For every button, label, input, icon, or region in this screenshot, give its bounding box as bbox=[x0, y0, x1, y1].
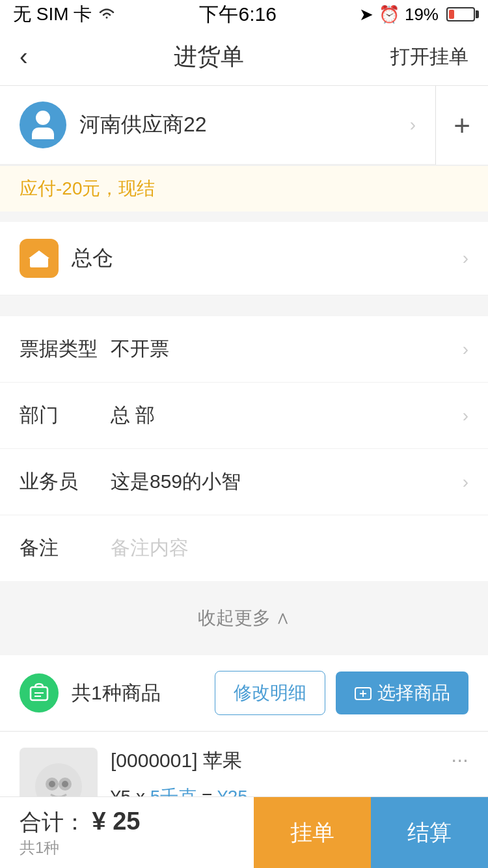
battery-icon bbox=[446, 7, 475, 21]
bottom-bar: 合计： ¥ 25 共1种 挂单 结算 bbox=[0, 796, 488, 868]
invoice-type-value: 不开票 bbox=[104, 336, 463, 362]
supplier-section: 河南供应商22 › + 应付-20元，现结 bbox=[0, 86, 488, 211]
product-code: [0000001] bbox=[111, 750, 197, 771]
salesperson-chevron-icon: › bbox=[463, 472, 468, 493]
svg-marker-1 bbox=[29, 251, 49, 258]
page-title: 进货单 bbox=[174, 41, 244, 73]
status-bar: 无 SIM 卡 下午6:16 ➤ ⏰ 19% bbox=[0, 0, 488, 29]
warehouse-name: 总仓 bbox=[72, 244, 463, 273]
total-value: ¥ 25 bbox=[92, 807, 140, 835]
product-more-button[interactable]: ··· bbox=[451, 748, 468, 772]
invoice-chevron-icon: › bbox=[463, 339, 468, 360]
total-section: 合计： ¥ 25 共1种 bbox=[0, 797, 254, 868]
product-name: [0000001] 苹果 bbox=[111, 748, 451, 774]
product-name-text: 苹果 bbox=[203, 750, 242, 771]
form-section: 票据类型 不开票 › 部门 总 部 › 业务员 这是859的小智 › 备注 备注… bbox=[0, 316, 488, 581]
salesperson-value: 这是859的小智 bbox=[104, 468, 463, 495]
invoice-type-row[interactable]: 票据类型 不开票 › bbox=[0, 316, 488, 383]
select-product-button[interactable]: 选择商品 bbox=[336, 671, 468, 714]
wifi-icon bbox=[97, 4, 116, 25]
warehouse-row[interactable]: 总仓 › bbox=[0, 222, 488, 295]
collapse-button[interactable]: 收起更多 ∧ bbox=[0, 591, 488, 645]
product-count-icon bbox=[20, 673, 59, 712]
edit-detail-button[interactable]: 修改明细 bbox=[215, 671, 325, 715]
alarm-icon: ⏰ bbox=[379, 5, 400, 25]
notice-text: 应付-20元，现结 bbox=[20, 178, 155, 198]
main-content: 河南供应商22 › + 应付-20元，现结 总仓 › 票据类型 bbox=[0, 86, 488, 868]
status-carrier: 无 SIM 卡 bbox=[13, 2, 116, 27]
supplier-name: 河南供应商22 bbox=[79, 111, 410, 139]
supplier-row: 河南供应商22 › bbox=[0, 86, 435, 165]
notice-bar: 应付-20元，现结 bbox=[0, 166, 488, 211]
salesperson-row[interactable]: 业务员 这是859的小智 › bbox=[0, 449, 488, 515]
dept-chevron-icon: › bbox=[463, 405, 468, 426]
svg-point-11 bbox=[49, 781, 55, 787]
svg-point-12 bbox=[62, 781, 68, 787]
total-count: 共1种 bbox=[20, 837, 234, 858]
invoice-type-label: 票据类型 bbox=[20, 336, 104, 362]
back-button[interactable]: ‹ bbox=[20, 43, 28, 71]
note-row[interactable]: 备注 备注内容 bbox=[0, 515, 488, 581]
svg-rect-0 bbox=[30, 257, 48, 267]
hang-order-button[interactable]: 挂单 bbox=[254, 797, 371, 868]
battery-text: 19% bbox=[405, 5, 439, 25]
product-count-text: 共1种商品 bbox=[72, 680, 215, 707]
dept-value: 总 部 bbox=[104, 402, 463, 429]
note-value: 备注内容 bbox=[104, 535, 468, 562]
open-pending-button[interactable]: 打开挂单 bbox=[390, 44, 468, 70]
supplier-row-wrapper: 河南供应商22 › + bbox=[0, 86, 488, 166]
supplier-add-button[interactable]: + bbox=[436, 86, 488, 165]
warehouse-chevron-icon: › bbox=[463, 248, 468, 269]
note-label: 备注 bbox=[20, 535, 104, 562]
avatar-person-icon bbox=[26, 108, 60, 142]
dept-label: 部门 bbox=[20, 402, 104, 429]
carrier-text: 无 SIM 卡 bbox=[13, 2, 92, 27]
nav-bar: ‹ 进货单 打开挂单 bbox=[0, 29, 488, 86]
status-right-section: ➤ ⏰ 19% bbox=[359, 5, 475, 25]
warehouse-section: 总仓 › bbox=[0, 222, 488, 295]
collapse-text: 收起更多 ∧ bbox=[198, 606, 291, 631]
products-section: 共1种商品 修改明细 选择商品 bbox=[0, 655, 488, 731]
status-time: 下午6:16 bbox=[199, 1, 276, 28]
supplier-avatar bbox=[20, 102, 66, 148]
location-icon: ➤ bbox=[359, 5, 373, 25]
warehouse-icon bbox=[20, 239, 59, 278]
supplier-main[interactable]: 河南供应商22 › bbox=[0, 86, 436, 165]
settle-button[interactable]: 结算 bbox=[371, 797, 488, 868]
dept-row[interactable]: 部门 总 部 › bbox=[0, 383, 488, 449]
supplier-chevron-icon: › bbox=[410, 115, 416, 135]
select-product-label: 选择商品 bbox=[377, 681, 450, 705]
total-amount: 合计： ¥ 25 bbox=[20, 807, 234, 837]
products-header: 共1种商品 修改明细 选择商品 bbox=[0, 655, 488, 731]
salesperson-label: 业务员 bbox=[20, 468, 104, 495]
total-label: 合计： bbox=[20, 809, 86, 834]
